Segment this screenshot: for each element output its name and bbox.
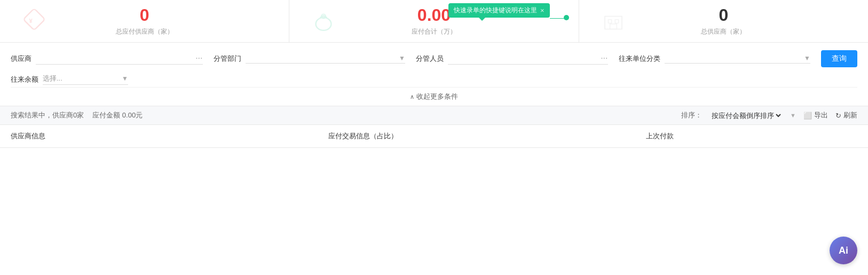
svg-text:¥: ¥ <box>29 18 33 24</box>
money-bag-icon <box>311 7 336 35</box>
collapse-arrow-icon: ∧ <box>410 93 414 100</box>
export-button[interactable]: ⬜ 导出 <box>803 111 828 120</box>
filter-row-2: 往来余额 选择... ▼ <box>11 74 857 85</box>
col-last-payment-header: 上次付款 <box>646 131 858 141</box>
person-input-wrap: ··· <box>448 53 608 65</box>
filter-row-1: 供应商 ··· 分管部门 ▼ 分管人员 ··· 往来单位分 <box>11 50 857 67</box>
department-arrow-icon: ▼ <box>399 54 405 62</box>
building-icon <box>601 7 626 35</box>
refresh-label: 刷新 <box>843 111 857 120</box>
filter-department: 分管部门 ▼ <box>214 54 406 64</box>
payable-total-label: 应付合计（万） <box>412 27 456 36</box>
tooltip-line <box>550 18 566 19</box>
svg-rect-5 <box>608 19 611 22</box>
results-bar: 搜索结果中，供应商0家 应付金额 0.00元 排序： 按应付会额倒序排序 ▼ ⬜… <box>0 106 868 125</box>
sort-caret-icon: ▼ <box>790 112 796 119</box>
sort-select[interactable]: 按应付会额倒序排序 <box>709 111 783 120</box>
unit-class-dropdown[interactable]: ▼ <box>665 54 811 64</box>
tooltip-bubble: 快速录单的快捷键说明在这里 × <box>448 3 550 18</box>
tooltip-close-btn[interactable]: × <box>540 6 545 14</box>
svg-rect-6 <box>615 19 618 22</box>
svg-rect-0 <box>23 8 45 30</box>
unit-class-arrow-icon: ▼ <box>804 54 810 62</box>
refresh-button[interactable]: ↻ 刷新 <box>835 111 857 120</box>
results-actions: 排序： 按应付会额倒序排序 ▼ ⬜ 导出 ↻ 刷新 <box>681 111 857 120</box>
supplier-dots[interactable]: ··· <box>195 53 202 63</box>
filter-person: 分管人员 ··· <box>416 53 608 65</box>
tooltip-dot <box>564 15 569 20</box>
export-icon: ⬜ <box>803 112 812 120</box>
balance-dropdown[interactable]: 选择... ▼ <box>43 74 128 85</box>
svg-rect-4 <box>605 16 622 29</box>
stat-payable-total: 0.00 应付合计（万） 快速录单的快捷键说明在这里 × <box>289 0 579 42</box>
ai-assistant-button[interactable]: Ai <box>830 237 857 264</box>
payable-suppliers-number: 0 <box>140 6 149 25</box>
supplier-input-wrap: ··· <box>36 53 203 65</box>
diamond-icon: ¥ <box>21 7 47 35</box>
svg-point-2 <box>316 17 332 30</box>
tooltip-text: 快速录单的快捷键说明在这里 <box>454 6 537 15</box>
person-dots[interactable]: ··· <box>601 53 607 63</box>
export-label: 导出 <box>814 111 828 120</box>
person-input[interactable] <box>448 54 598 62</box>
payable-total-number: 0.00 <box>417 6 451 25</box>
balance-placeholder: 选择... <box>43 74 122 83</box>
query-button[interactable]: 查询 <box>821 50 857 67</box>
total-suppliers-number: 0 <box>719 6 728 25</box>
total-suppliers-label: 总供应商（家） <box>701 27 746 36</box>
col-supplier-info-header: 供应商信息 <box>11 131 328 141</box>
supplier-count-text: 搜索结果中，供应商0家 <box>11 111 84 120</box>
stat-total-suppliers: 0 总供应商（家） <box>579 0 868 42</box>
collapse-label: 收起更多条件 <box>416 92 458 101</box>
stat-payable-suppliers: ¥ 0 总应付供应商（家） <box>0 0 289 42</box>
balance-label: 往来余额 <box>11 75 38 84</box>
department-dropdown[interactable]: ▼ <box>246 54 406 64</box>
supplier-input[interactable] <box>36 54 193 62</box>
stats-bar: ¥ 0 总应付供应商（家） 0.00 应付合计（万） 快速录单的快捷键说明在这里… <box>0 0 868 43</box>
unit-class-label: 往来单位分类 <box>619 54 660 64</box>
collapse-button[interactable]: ∧ 收起更多条件 <box>11 87 857 106</box>
refresh-icon: ↻ <box>835 112 841 120</box>
supplier-label: 供应商 <box>11 54 31 64</box>
search-section: 供应商 ··· 分管部门 ▼ 分管人员 ··· 往来单位分 <box>0 43 868 106</box>
person-label: 分管人员 <box>416 54 444 64</box>
svg-rect-7 <box>610 23 617 29</box>
filter-unit-class: 往来单位分类 ▼ <box>619 54 811 64</box>
results-summary: 搜索结果中，供应商0家 应付金额 0.00元 <box>11 111 143 120</box>
payable-suppliers-label: 总应付供应商（家） <box>116 27 173 36</box>
sort-label: 排序： <box>681 111 702 120</box>
department-label: 分管部门 <box>214 54 241 64</box>
col-transaction-info-header: 应付交易信息（占比） <box>328 131 646 141</box>
filter-balance: 往来余额 选择... ▼ <box>11 74 160 85</box>
payable-amount-text: 应付金额 0.00元 <box>92 111 143 120</box>
table-header: 供应商信息 应付交易信息（占比） 上次付款 <box>0 125 868 148</box>
filter-supplier: 供应商 ··· <box>11 53 203 65</box>
balance-arrow-icon: ▼ <box>122 75 128 82</box>
table-body <box>0 148 868 275</box>
